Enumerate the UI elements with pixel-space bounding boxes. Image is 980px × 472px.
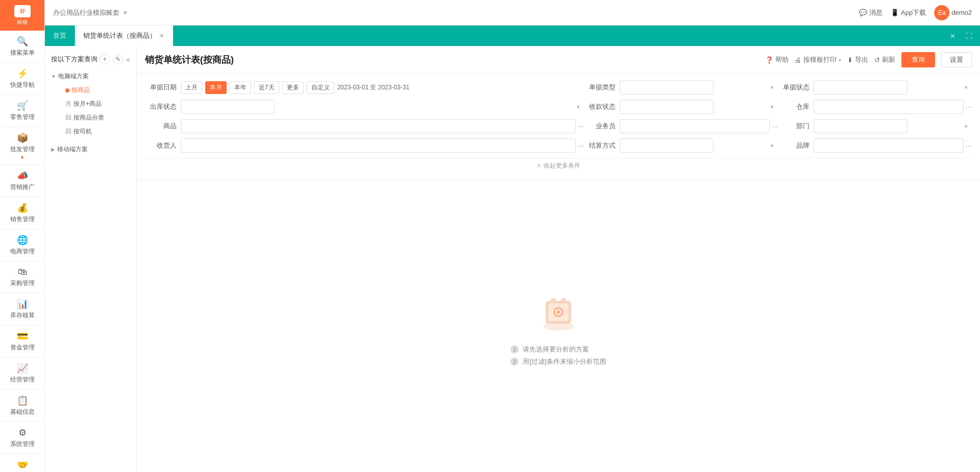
settlement-input[interactable]	[620, 138, 714, 153]
collapse-more-btn[interactable]: ∧ 收起更多条件	[145, 158, 972, 173]
doc-type-input[interactable]: 销货单	[620, 80, 714, 95]
sidebar-item-basic[interactable]: 📋 基础信息	[0, 390, 44, 422]
ecommerce-icon: 🌐	[17, 234, 28, 246]
tab-home[interactable]: 首页	[45, 26, 75, 46]
brand-dots[interactable]: ···	[966, 141, 972, 150]
tip-text-1: 请先选择要分析的方案	[523, 345, 589, 354]
sidebar-item-finance[interactable]: 💳 资金管理	[0, 325, 44, 358]
tree-expand-icon: ▼	[51, 74, 56, 79]
settings-button[interactable]: 设置	[941, 52, 972, 67]
receiver-dots[interactable]: ···	[578, 141, 584, 150]
export-btn[interactable]: ⬇ 导出	[847, 55, 868, 64]
tree-item-label: 按商品分类	[74, 113, 104, 122]
export-label: 导出	[855, 55, 868, 64]
product-input[interactable]	[181, 119, 576, 133]
tree-mobile-label: 移动端方案	[57, 145, 88, 154]
receipt-input[interactable]	[620, 100, 714, 114]
breadcrumb[interactable]: 办公用品行业模拟账套	[53, 8, 119, 17]
tree-pc-header[interactable]: ▼ 电脑端方案	[45, 69, 136, 83]
settlement-col: 结算方式	[584, 138, 778, 153]
retail-icon: 🛒	[17, 100, 28, 111]
warehouse2-input[interactable]	[814, 100, 964, 114]
selected-dot	[65, 88, 69, 92]
warehouse2-dots[interactable]: ···	[966, 103, 972, 111]
receiver-label: 收货人	[145, 141, 181, 150]
sidebar-item-system[interactable]: ⚙ 系统管理	[0, 422, 44, 454]
print-btn[interactable]: 🖨 按模板打印 ▾	[795, 55, 841, 64]
tree-item-by-month-product[interactable]: 月 按月+商品	[55, 97, 136, 111]
refresh-btn[interactable]: ↺ 刷新	[874, 55, 895, 64]
sidebar-item-ecommerce[interactable]: 🌐 电商管理	[0, 229, 44, 262]
warehouse-input[interactable]: 已出库	[181, 100, 275, 114]
quick-nav-icon: ⚡	[17, 68, 28, 79]
sidebar-item-operation[interactable]: 📈 经营管理	[0, 358, 44, 390]
date-range-display: 2023-03-01 至 2023-03-31	[337, 83, 409, 92]
month-icon: 月	[65, 100, 71, 108]
product-dots[interactable]: ···	[578, 122, 584, 130]
sidebar-item-marketing[interactable]: 📣 营销推广	[0, 165, 44, 197]
product-col: ···	[181, 119, 584, 133]
tab-expand-btn[interactable]: ⛶	[962, 29, 976, 43]
svg-rect-8	[561, 298, 566, 302]
date-last7-btn[interactable]: 近7天	[254, 81, 279, 94]
sidebar-item-search[interactable]: 🔍 搜索菜单	[0, 31, 44, 63]
department-input[interactable]	[814, 119, 908, 133]
sidebar-item-sales[interactable]: 💰 销售管理	[0, 197, 44, 229]
receiver-input[interactable]	[181, 138, 576, 153]
add-scheme-btn[interactable]: +	[100, 54, 110, 64]
empty-tip-2: 2 用[过滤]条件来缩小分析范围	[510, 357, 606, 366]
date-more-btn[interactable]: 更多	[282, 81, 304, 94]
date-custom-btn[interactable]: 自定义	[307, 81, 334, 94]
receiver-col: ···	[181, 138, 584, 153]
app-download-btn[interactable]: 📱 App下载	[891, 8, 926, 17]
help-btn[interactable]: ❓ 帮助	[765, 55, 789, 64]
sidebar-item-inventory[interactable]: 📊 库存核算	[0, 293, 44, 325]
tab-close-icon[interactable]: ✕	[159, 32, 164, 39]
message-btn[interactable]: 💬 消息	[859, 8, 883, 17]
salesman-input[interactable]	[620, 119, 770, 133]
tree-item-label: 按商品	[71, 86, 90, 95]
query-button[interactable]: 查询	[901, 52, 935, 67]
brand-input[interactable]	[814, 138, 964, 153]
edit-scheme-btn[interactable]: ✎	[113, 54, 123, 64]
department-select-wrap	[814, 119, 972, 133]
left-panel: 按以下方案查询 + ✎ « ▼ 电脑端方案 按商品	[45, 46, 137, 472]
print-arrow-icon: ▾	[839, 57, 841, 63]
system-icon: ⚙	[18, 427, 27, 438]
avatar: Ea	[934, 5, 949, 20]
sidebar-item-label: 批发管理	[10, 145, 35, 154]
tab-close-btn[interactable]: ✕	[945, 29, 960, 43]
date-this-year-btn[interactable]: 本年	[230, 81, 251, 94]
empty-state: 1 请先选择要分析的方案 2 用[过滤]条件来缩小分析范围	[137, 180, 980, 472]
collapse-panel-btn[interactable]: «	[126, 55, 130, 63]
sidebar-item-purchase[interactable]: 🛍 采购管理	[0, 262, 44, 293]
left-panel-title-text: 按以下方案查询	[51, 55, 97, 64]
sidebar-item-retail[interactable]: 🛒 零售管理	[0, 95, 44, 127]
salesman-dots[interactable]: ···	[772, 122, 778, 130]
sidebar-item-label: 库存核算	[10, 311, 35, 320]
sidebar-item-label: 零售管理	[10, 113, 35, 122]
download-icon: 📱	[891, 9, 899, 16]
tree-item-by-product[interactable]: 按商品	[55, 83, 136, 97]
date-last-month-btn[interactable]: 上月	[181, 81, 202, 94]
doc-status-input[interactable]: 已生效	[814, 80, 908, 95]
sidebar-item-quick-nav[interactable]: ⚡ 快捷导航	[0, 63, 44, 95]
sidebar-item-label: 搜索菜单	[10, 49, 35, 57]
sidebar-item-label: 系统管理	[10, 440, 35, 449]
tip-text-2: 用[过滤]条件来缩小分析范围	[523, 357, 606, 366]
tree-pc-children: 按商品 月 按月+商品 回 按商品分类 回 按司机	[45, 83, 136, 138]
warehouse-col: 已出库	[181, 100, 584, 114]
breadcrumb-arrow-icon[interactable]: ▾	[124, 9, 127, 16]
tree-item-by-category[interactable]: 回 按商品分类	[55, 111, 136, 125]
department-label: 部门	[778, 122, 814, 131]
filter-row-warehouse: 出库状态 已出库 收款状态 仓库	[145, 100, 972, 114]
tree-item-by-cashier[interactable]: 回 按司机	[55, 125, 136, 138]
date-this-month-btn[interactable]: 本月	[205, 81, 227, 94]
tab-report[interactable]: 销货单统计表（按商品） ✕	[75, 26, 173, 46]
user-menu[interactable]: Ea demo2	[934, 5, 972, 20]
sidebar-item-wholesale[interactable]: 📦 批发管理 ▲	[0, 127, 44, 165]
doc-type-col: 单据类型 销货单	[584, 80, 778, 95]
warehouse-label: 出库状态	[145, 102, 181, 111]
sidebar-item-enterprise[interactable]: 🤝 企业协同	[0, 454, 44, 472]
tree-mobile-header[interactable]: ▶ 移动端方案	[45, 143, 136, 156]
